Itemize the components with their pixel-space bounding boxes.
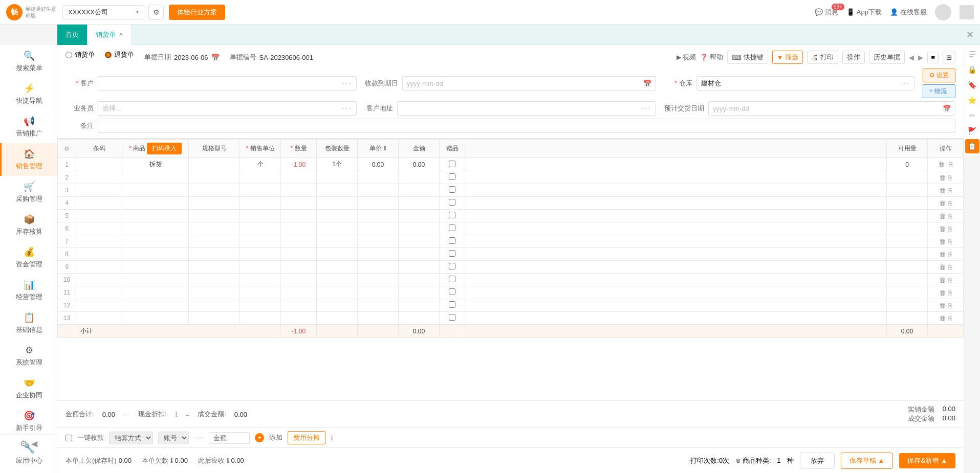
- row-product[interactable]: [122, 210, 189, 222]
- expense-info-icon[interactable]: ℹ: [331, 434, 333, 442]
- row-unit[interactable]: [240, 235, 281, 248]
- row-unit[interactable]: 个: [240, 158, 281, 171]
- copy-icon[interactable]: ⎘: [948, 238, 952, 245]
- row-barcode[interactable]: [76, 274, 122, 286]
- row-amount[interactable]: [399, 197, 440, 210]
- tab-sales-order[interactable]: 销货单 ✕: [88, 25, 132, 45]
- row-pkg[interactable]: [317, 210, 358, 222]
- delete-icon[interactable]: 🗑: [938, 161, 945, 168]
- return-order-radio[interactable]: 退货单: [105, 50, 134, 59]
- row-barcode[interactable]: [76, 158, 122, 171]
- row-unit[interactable]: [240, 274, 281, 286]
- row-spec[interactable]: [189, 299, 240, 312]
- sales-order-radio[interactable]: 销货单: [66, 50, 95, 59]
- sidebar-item-corp[interactable]: 🤝 企业协同: [0, 372, 57, 405]
- row-unit[interactable]: [240, 197, 281, 210]
- row-pkg[interactable]: [317, 286, 358, 299]
- payment-due-input[interactable]: yyyy-mm-dd 📅: [402, 76, 656, 91]
- prev-nav-btn[interactable]: ◀: [909, 54, 914, 61]
- row-product[interactable]: [122, 286, 189, 299]
- row-gift[interactable]: [440, 248, 465, 261]
- row-spec[interactable]: [189, 286, 240, 299]
- settings-btn[interactable]: ⚙ 设置: [923, 69, 955, 82]
- row-spec[interactable]: [189, 184, 240, 197]
- online-service-button[interactable]: 👤 在线客服: [890, 8, 927, 17]
- save-draft-arrow-icon[interactable]: ▲: [878, 457, 885, 464]
- row-product[interactable]: [122, 184, 189, 197]
- row-spec[interactable]: [189, 197, 240, 210]
- sidebar-item-operations[interactable]: 📊 经营管理: [0, 274, 57, 307]
- delete-icon[interactable]: 🗑: [939, 276, 946, 284]
- sidebar-item-search[interactable]: 🔍 搜索菜单: [0, 45, 57, 78]
- row-barcode[interactable]: [76, 197, 122, 210]
- row-product[interactable]: [122, 197, 189, 210]
- avatar[interactable]: [935, 4, 951, 20]
- payment-method-select[interactable]: 结算方式: [109, 432, 153, 444]
- row-price[interactable]: [358, 299, 399, 312]
- gift-checkbox[interactable]: [449, 212, 455, 218]
- remark-input[interactable]: [98, 119, 955, 133]
- delete-icon[interactable]: 🗑: [939, 289, 946, 297]
- row-unit[interactable]: [240, 171, 281, 184]
- gift-checkbox[interactable]: [449, 224, 455, 231]
- row-price[interactable]: 0.00: [358, 158, 399, 171]
- sidebar-item-marketing[interactable]: 📢 营销推广: [0, 110, 57, 143]
- row-unit[interactable]: [240, 299, 281, 312]
- row-barcode[interactable]: [76, 286, 122, 299]
- row-spec[interactable]: [189, 248, 240, 261]
- copy-icon[interactable]: ⎘: [949, 161, 953, 168]
- sidebar-item-sales[interactable]: 🏠 销售管理: [0, 143, 57, 176]
- row-unit[interactable]: [240, 210, 281, 222]
- row-spec[interactable]: [189, 222, 240, 235]
- customer-input[interactable]: ···: [98, 76, 357, 91]
- row-pkg[interactable]: [317, 184, 358, 197]
- sidebar-item-guide[interactable]: 🎯 新手引导: [0, 405, 57, 438]
- row-gift[interactable]: [440, 184, 465, 197]
- row-pkg[interactable]: [317, 261, 358, 274]
- row-barcode[interactable]: [76, 184, 122, 197]
- row-spec[interactable]: [189, 235, 240, 248]
- row-amount[interactable]: [399, 261, 440, 274]
- gift-checkbox[interactable]: [449, 263, 455, 269]
- operate-btn[interactable]: 操作: [842, 51, 865, 64]
- list-view-btn[interactable]: ≡: [927, 52, 939, 63]
- row-pkg[interactable]: [317, 235, 358, 248]
- gift-checkbox[interactable]: [449, 237, 455, 244]
- rs-icon-3[interactable]: 🔖: [965, 78, 979, 92]
- save-draft-button[interactable]: 保存草稿 ▲: [841, 453, 894, 469]
- row-product[interactable]: [122, 171, 189, 184]
- sidebar-item-purchase[interactable]: 🛒 采购管理: [0, 176, 57, 209]
- row-product[interactable]: 拆货: [122, 158, 189, 171]
- copy-icon[interactable]: ⎘: [948, 302, 952, 309]
- next-nav-btn[interactable]: ▶: [918, 54, 923, 61]
- row-amount[interactable]: [399, 171, 440, 184]
- gift-checkbox[interactable]: [449, 186, 455, 193]
- copy-icon[interactable]: ⎘: [948, 251, 952, 258]
- delete-icon[interactable]: 🗑: [939, 302, 946, 309]
- tab-close-icon[interactable]: ✕: [119, 31, 123, 38]
- row-product[interactable]: [122, 312, 189, 325]
- row-price[interactable]: [358, 197, 399, 210]
- delete-icon[interactable]: 🗑: [939, 212, 946, 220]
- sidebar-item-quicknav[interactable]: ⚡ 快捷导航: [0, 78, 57, 110]
- salesperson-input[interactable]: 选择... ···: [98, 101, 357, 116]
- row-barcode[interactable]: [76, 171, 122, 184]
- one-click-payment-checkbox[interactable]: [66, 435, 72, 441]
- row-spec[interactable]: [189, 171, 240, 184]
- delete-icon[interactable]: 🗑: [939, 174, 946, 182]
- payment-calendar-icon[interactable]: 📅: [643, 80, 651, 87]
- sidebar-collapse-icon[interactable]: ◀: [31, 439, 37, 448]
- sales-order-radio-input[interactable]: [66, 52, 72, 58]
- delete-icon[interactable]: 🗑: [939, 199, 946, 207]
- abandon-button[interactable]: 放弃: [800, 453, 835, 469]
- row-barcode[interactable]: [76, 210, 122, 222]
- row-price[interactable]: [358, 261, 399, 274]
- row-barcode[interactable]: [76, 299, 122, 312]
- row-amount[interactable]: [399, 248, 440, 261]
- row-gift[interactable]: [440, 274, 465, 286]
- sidebar-settings-icon[interactable]: ⚙: [20, 439, 27, 448]
- shortcut-btn[interactable]: ⌨ 快捷键: [727, 51, 768, 64]
- row-barcode[interactable]: [76, 248, 122, 261]
- rs-icon-2[interactable]: 🔒: [965, 62, 979, 77]
- row-product[interactable]: [122, 248, 189, 261]
